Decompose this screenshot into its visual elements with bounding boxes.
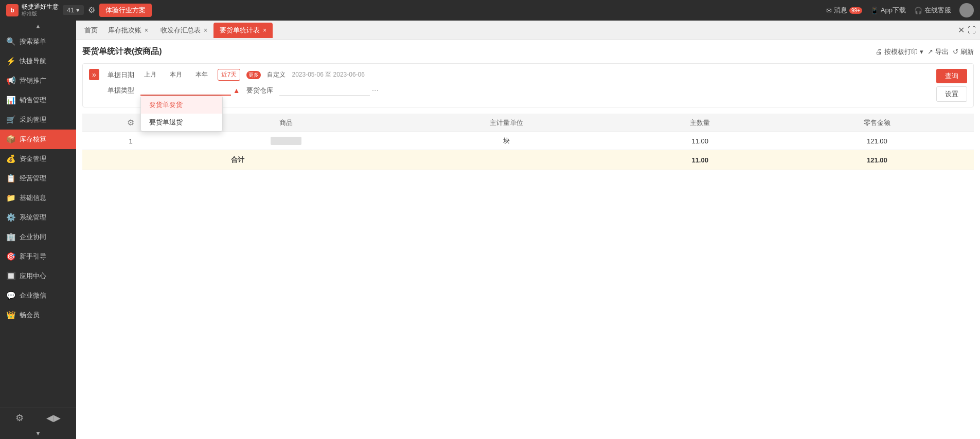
- footer-toggle-icon[interactable]: ◀▶: [46, 412, 61, 424]
- sidebar-icon-system: ⚙️: [6, 213, 15, 222]
- export-label: 导出: [935, 47, 949, 57]
- print-dropdown-icon: ▾: [920, 48, 923, 56]
- dropdown-item-order-return[interactable]: 要货单退货: [141, 114, 222, 131]
- header-left: b 畅捷通好生意 标准版 41 ▾ ⚙ 体验行业方案: [6, 3, 152, 17]
- trial-button[interactable]: 体验行业方案: [99, 4, 152, 17]
- sidebar-item-purchase[interactable]: 🛒 采购管理: [0, 110, 76, 130]
- sidebar-icon-operations: 📋: [6, 174, 15, 183]
- sidebar-icon-sales: 📊: [6, 96, 15, 105]
- avatar[interactable]: [959, 3, 974, 17]
- sidebar-item-wechat[interactable]: 💬 企业微信: [0, 286, 76, 305]
- date-btn-this-month[interactable]: 本月: [166, 69, 186, 81]
- app-version: 标准版: [22, 10, 59, 17]
- sidebar-item-app-center[interactable]: 🔲 应用中心: [0, 266, 76, 286]
- sidebar-item-inventory[interactable]: 📦 库存核算: [0, 130, 76, 149]
- summary-row: 合计 11.00 121.00: [82, 150, 974, 170]
- tab-home[interactable]: 首页: [80, 23, 102, 38]
- sidebar-scroll-down[interactable]: ▼: [0, 428, 76, 439]
- tab-order-summary-close[interactable]: ×: [263, 27, 266, 34]
- doc-type-dropdown: 要货单要货 要货单退货: [140, 96, 223, 132]
- cell-index: 1: [82, 132, 179, 150]
- tab-inventory-batch-close[interactable]: ×: [145, 27, 148, 34]
- tab-close-all-button[interactable]: ✕: [958, 25, 965, 35]
- sidebar-scroll-up[interactable]: ▲: [0, 21, 76, 32]
- dropdown-item-order-goods[interactable]: 要货单要货: [141, 96, 222, 114]
- date-btn-this-year[interactable]: 本年: [192, 69, 211, 81]
- tab-receive-summary[interactable]: 收发存汇总表 ×: [154, 23, 213, 38]
- sidebar-item-finance[interactable]: 💰 资金管理: [0, 149, 76, 169]
- refresh-button[interactable]: ↺ 刷新: [953, 47, 974, 57]
- warehouse-more-icon[interactable]: ···: [372, 86, 379, 95]
- sidebar-icon-basic-info: 📁: [6, 193, 15, 203]
- warehouse-input[interactable]: [279, 85, 370, 96]
- doc-type-label: 单据类型: [108, 86, 134, 95]
- tab-inventory-batch-label: 库存批次账: [108, 26, 141, 35]
- table-settings-icon[interactable]: ⚙: [127, 118, 134, 127]
- date-label: 单据日期: [108, 70, 134, 80]
- sidebar-item-basic-info[interactable]: 📁 基础信息: [0, 188, 76, 208]
- tab-receive-summary-label: 收发存汇总表: [161, 26, 201, 35]
- tab-inventory-batch[interactable]: 库存批次账 ×: [102, 23, 154, 38]
- query-button[interactable]: 查询: [936, 69, 967, 83]
- sidebar-label-search: 搜索菜单: [20, 37, 46, 46]
- sidebar-label-app-center: 应用中心: [20, 271, 46, 281]
- sidebar-icon-guide: 🎯: [6, 252, 15, 261]
- summary-label: 合计: [231, 156, 244, 163]
- company-selector[interactable]: 41 ▾: [63, 5, 84, 15]
- footer-settings-icon[interactable]: ⚙: [15, 412, 24, 424]
- sidebar-item-member[interactable]: 👑 畅会员: [0, 305, 76, 325]
- col-unit: 主计量单位: [393, 114, 620, 132]
- sidebar-label-inventory: 库存核算: [20, 135, 46, 144]
- app-download-button[interactable]: 📱 App下载: [870, 6, 906, 15]
- sidebar-item-marketing[interactable]: 📢 营销推广: [0, 71, 76, 90]
- print-label: 按模板打印: [884, 47, 918, 57]
- settings-icon[interactable]: ⚙: [88, 5, 95, 15]
- warehouse-label: 要货仓库: [246, 86, 273, 95]
- sidebar-label-operations: 经营管理: [20, 174, 46, 183]
- doc-type-arrow-icon[interactable]: ▲: [233, 86, 240, 95]
- messages-button[interactable]: ✉ 消息 99+: [826, 6, 862, 15]
- sidebar-item-enterprise[interactable]: 🏢 企业协同: [0, 227, 76, 247]
- doc-type-input[interactable]: [140, 85, 231, 96]
- sidebar-icon-app-center: 🔲: [6, 271, 15, 281]
- sidebar-icon-enterprise: 🏢: [6, 232, 15, 242]
- summary-amount: 121.00: [780, 150, 974, 170]
- settings-button[interactable]: 设置: [936, 86, 967, 102]
- tab-order-summary[interactable]: 要货单统计表 ×: [213, 23, 273, 38]
- print-button[interactable]: 🖨 按模板打印 ▾: [876, 47, 923, 57]
- sidebar-icon-finance: 💰: [6, 154, 15, 163]
- date-range-text: 2023-05-06 至 2023-06-06: [292, 70, 364, 79]
- tab-receive-summary-close[interactable]: ×: [204, 27, 207, 34]
- product-placeholder: [271, 137, 301, 145]
- filter-action-buttons: 查询 设置: [936, 69, 967, 102]
- sidebar-label-basic-info: 基础信息: [20, 193, 46, 203]
- date-btn-custom[interactable]: 自定义: [267, 70, 286, 79]
- sidebar-item-search[interactable]: 🔍 搜索菜单: [0, 32, 76, 51]
- filter-type-row: 单据类型 ▲ 要货单要货 要货单退货 要货仓库: [108, 85, 928, 96]
- sidebar-item-sales[interactable]: 📊 销售管理: [0, 90, 76, 110]
- sidebar-label-sales: 销售管理: [20, 96, 46, 105]
- sidebar-items: 🔍 搜索菜单 ⚡ 快捷导航 📢 营销推广 📊 销售管理 🛒 采购管理 📦 库存核…: [0, 32, 76, 325]
- sidebar-label-purchase: 采购管理: [20, 115, 46, 124]
- sidebar-item-guide[interactable]: 🎯 新手引导: [0, 247, 76, 266]
- sidebar-label-wechat: 企业微信: [20, 291, 46, 300]
- export-button[interactable]: ↗ 导出: [928, 47, 949, 57]
- sidebar-label-quick-nav: 快捷导航: [20, 57, 46, 66]
- cell-amount: 121.00: [780, 132, 974, 150]
- sidebar-icon-quick-nav: ⚡: [6, 57, 15, 66]
- date-btn-7days[interactable]: 近7天: [218, 69, 241, 81]
- tab-expand-button[interactable]: ⛶: [968, 26, 976, 35]
- tab-bar-actions: ✕ ⛶: [958, 25, 976, 35]
- sidebar-item-operations[interactable]: 📋 经营管理: [0, 169, 76, 188]
- sidebar-icon-marketing: 📢: [6, 76, 15, 85]
- table-body: 1 块 11.00 121.00: [82, 132, 974, 150]
- export-icon: ↗: [928, 48, 933, 56]
- sidebar-item-system[interactable]: ⚙️ 系统管理: [0, 208, 76, 227]
- top-header: b 畅捷通好生意 标准版 41 ▾ ⚙ 体验行业方案 ✉ 消息 99+ 📱 Ap…: [0, 0, 980, 21]
- online-service-button[interactable]: 🎧 在线客服: [914, 6, 951, 15]
- sidebar-item-quick-nav[interactable]: ⚡ 快捷导航: [0, 51, 76, 71]
- date-btn-last-month[interactable]: 上月: [140, 69, 160, 81]
- date-more-badge: 更多: [246, 71, 261, 79]
- logo-text-block: 畅捷通好生意 标准版: [22, 3, 59, 17]
- filter-toggle-button[interactable]: »: [89, 69, 99, 80]
